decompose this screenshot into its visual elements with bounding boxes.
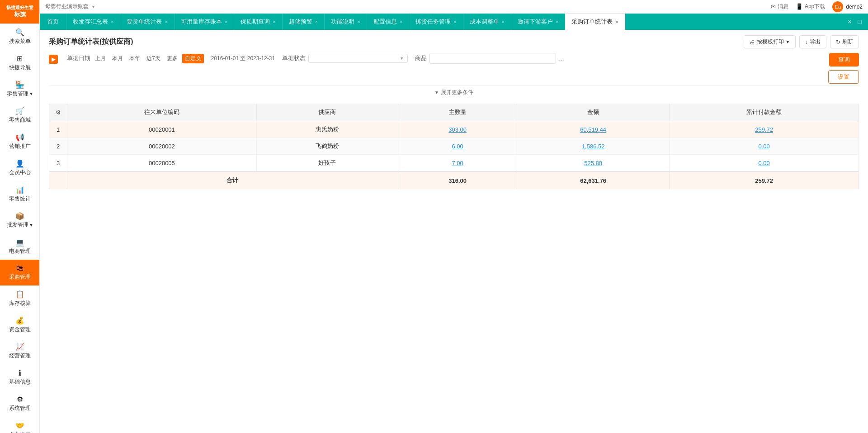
sidebar-item-purchase[interactable]: 🛍 采购管理	[0, 260, 39, 285]
tab-close-kucun[interactable]: ×	[225, 19, 227, 24]
cell-no-2: 3	[49, 155, 67, 172]
sidebar-item-system[interactable]: ⚙ 系统管理	[0, 390, 39, 417]
goods-input[interactable]	[429, 53, 556, 64]
shortcut-last-month[interactable]: 上月	[93, 54, 108, 63]
tab-yaohuo[interactable]: 要货单统计表×	[120, 14, 174, 30]
sidebar-item-enterprise[interactable]: 🤝 企业协同	[0, 417, 39, 433]
goods-ellipsis[interactable]: ...	[559, 54, 565, 62]
tab-chengben[interactable]: 成本调整单×	[463, 14, 511, 30]
sidebar-icon-store: 🛒	[15, 107, 24, 115]
sidebar-item-finance[interactable]: 💰 资金管理	[0, 312, 39, 338]
shortcut-this-month[interactable]: 本月	[110, 54, 125, 63]
sidebar-item-retail-stat[interactable]: 📊 零售统计	[0, 181, 39, 207]
sidebar-label-enterprise: 企业协同	[9, 431, 31, 433]
navtabs-actions: × □	[845, 16, 868, 27]
print-btn[interactable]: 🖨 按模板打印 ▼	[744, 35, 796, 48]
tab-label-home: 首页	[47, 18, 59, 26]
breadcrumb-chevron-icon[interactable]: ▼	[91, 5, 95, 9]
cell-qty-1[interactable]: 6.00	[398, 138, 517, 155]
sidebar-label-purchase: 采购管理	[9, 273, 31, 281]
filter-toggle-btn[interactable]: ▶	[49, 55, 58, 64]
tab-label-pihuo: 拣货任务管理	[415, 18, 451, 26]
col-qty: 主数量	[398, 104, 517, 121]
sidebar-icon-wholesale: 📦	[15, 212, 24, 220]
expand-icon: ▼	[434, 90, 439, 95]
cell-supplier-1: 飞鹤奶粉	[256, 138, 398, 155]
tab-gongneng[interactable]: 功能说明×	[325, 14, 367, 30]
cell-amount-1[interactable]: 1,586.52	[517, 138, 670, 155]
sidebar-item-search[interactable]: 🔍 搜索菜单	[0, 24, 39, 50]
cell-supplier-2: 好孩子	[256, 155, 398, 172]
sidebar-icon-retail-stat: 📊	[15, 186, 24, 194]
sidebar-item-basic[interactable]: ℹ 基础信息	[0, 364, 39, 390]
expand-more-btn[interactable]: ▼ 展开更多条件	[49, 86, 859, 99]
status-select[interactable]: ▼	[308, 54, 408, 63]
cell-amount-0[interactable]: 60,519.44	[517, 121, 670, 138]
tab-close-shoufа[interactable]: ×	[111, 19, 113, 24]
settings-btn[interactable]: 设置	[828, 70, 859, 84]
sidebar-label-marketing: 营销推广	[9, 143, 31, 150]
query-btn[interactable]: 查询	[829, 53, 859, 67]
shortcut-this-year[interactable]: 本年	[127, 54, 142, 63]
page-actions: 🖨 按模板打印 ▼ ↓ 导出 ↻ 刷新	[744, 35, 859, 48]
tab-baozhiqi[interactable]: 保质期查询×	[234, 14, 282, 30]
sidebar-item-nav[interactable]: ⊞ 快捷导航	[0, 50, 39, 76]
logo-text: 标旗	[14, 10, 26, 19]
tab-close-超储预警[interactable]: ×	[315, 19, 318, 24]
print-chevron-icon: ▼	[786, 40, 790, 44]
sidebar-item-operation[interactable]: 📈 经营管理	[0, 338, 39, 364]
tab-label-gongneng: 功能说明	[331, 18, 354, 26]
cell-paid-2[interactable]: 0.00	[670, 155, 859, 172]
main-area: 母婴行业演示账套 ▼ ✉ 消息 📱 App下载 Ea demo2 首页收发存汇总…	[40, 0, 868, 433]
sidebar-icon-finance: 💰	[15, 316, 24, 325]
cell-paid-1[interactable]: 0.00	[670, 138, 859, 155]
tab-close-peizhi[interactable]: ×	[400, 19, 402, 24]
username-label[interactable]: demo2	[846, 4, 863, 10]
cell-amount-2[interactable]: 525.80	[517, 155, 670, 172]
tab-label-chengben: 成本调整单	[470, 18, 499, 26]
tab-kucun[interactable]: 可用量库存账本×	[175, 14, 234, 30]
col-paid: 累计付款金额	[670, 104, 859, 121]
sidebar-item-retail[interactable]: 🏪 零售管理 ▾	[0, 76, 39, 102]
tab-close-caigou[interactable]: ×	[615, 19, 618, 24]
sidebar-item-inventory[interactable]: 📋 库存核算	[0, 285, 39, 312]
tab-peizhi[interactable]: 配置信息×	[367, 14, 409, 30]
export-btn[interactable]: ↓ 导出	[799, 35, 826, 48]
sidebar-label-search: 搜索菜单	[9, 38, 31, 45]
shortcut-more[interactable]: 更多	[165, 54, 179, 63]
message-btn[interactable]: ✉ 消息	[771, 3, 788, 10]
sidebar-item-ecommerce[interactable]: 💻 电商管理	[0, 233, 39, 260]
tab-close-gongneng[interactable]: ×	[357, 19, 360, 24]
tab-close-yaohuo[interactable]: ×	[165, 19, 167, 24]
tab-caigou[interactable]: 采购订单统计表×	[565, 14, 625, 30]
cell-qty-0[interactable]: 303.00	[398, 121, 517, 138]
close-all-tabs-btn[interactable]: ×	[845, 16, 854, 27]
cell-paid-0[interactable]: 259.72	[670, 121, 859, 138]
tab-home[interactable]: 首页	[40, 14, 66, 30]
tab-shoufа[interactable]: 收发存汇总表×	[66, 14, 120, 30]
tab-close-pihuo[interactable]: ×	[453, 19, 456, 24]
tab-close-邀请下游客户[interactable]: ×	[556, 19, 558, 24]
sidebar-item-member[interactable]: 👤 会员中心	[0, 155, 39, 181]
col-settings-icon[interactable]: ⚙	[49, 104, 67, 121]
sidebar-item-marketing[interactable]: 📢 营销推广	[0, 128, 39, 155]
app-icon: 📱	[796, 3, 803, 10]
sidebar-icon-marketing: 📢	[15, 133, 24, 142]
maximize-btn[interactable]: □	[855, 16, 864, 27]
user-area: Ea demo2	[832, 1, 863, 12]
tab-label-peizhi: 配置信息	[373, 18, 397, 26]
tab-超储预警[interactable]: 超储预警×	[283, 14, 325, 30]
shortcut-7days[interactable]: 近7天	[145, 54, 162, 63]
shortcut-custom[interactable]: 自定义	[182, 54, 204, 63]
tab-close-baozhiqi[interactable]: ×	[273, 19, 275, 24]
sidebar-label-member: 会员中心	[9, 169, 31, 176]
app-download-btn[interactable]: 📱 App下载	[796, 3, 825, 10]
sidebar-item-store[interactable]: 🛒 零售商城	[0, 102, 39, 128]
sidebar-label-inventory: 库存核算	[9, 300, 31, 307]
refresh-btn[interactable]: ↻ 刷新	[830, 35, 859, 48]
cell-qty-2[interactable]: 7.00	[398, 155, 517, 172]
tab-邀请下游客户[interactable]: 邀请下游客户×	[511, 14, 565, 30]
tab-close-chengben[interactable]: ×	[502, 19, 505, 24]
sidebar-item-wholesale[interactable]: 📦 批发管理 ▾	[0, 207, 39, 233]
tab-pihuo[interactable]: 拣货任务管理×	[409, 14, 463, 30]
